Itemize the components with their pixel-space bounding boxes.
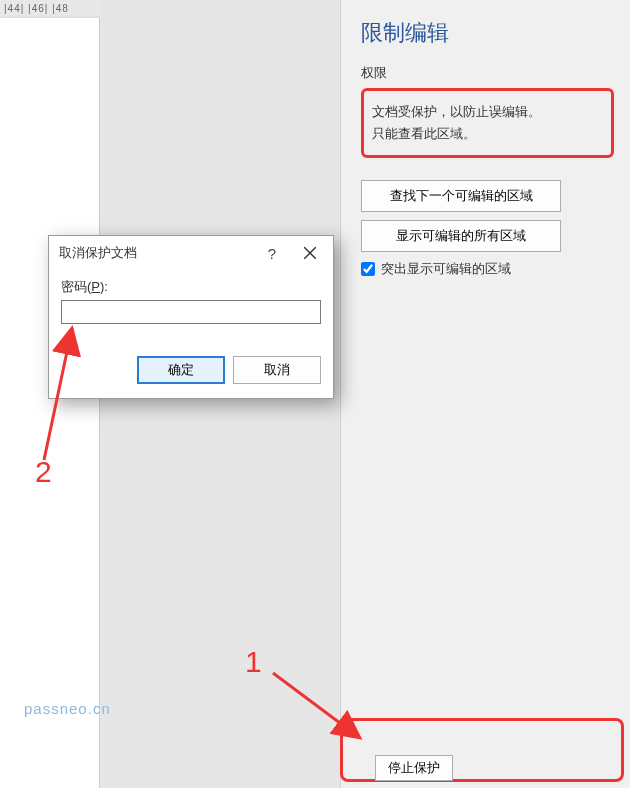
close-icon xyxy=(304,245,316,262)
find-next-editable-button[interactable]: 查找下一个可编辑的区域 xyxy=(361,180,561,212)
dialog-help-button[interactable]: ? xyxy=(253,238,291,268)
stop-protection-button[interactable]: 停止保护 xyxy=(375,755,453,781)
dialog-titlebar: 取消保护文档 ? xyxy=(49,236,333,270)
highlight-editable-checkbox-row[interactable]: 突出显示可编辑的区域 xyxy=(361,260,614,278)
show-all-editable-button[interactable]: 显示可编辑的所有区域 xyxy=(361,220,561,252)
dialog-title-text: 取消保护文档 xyxy=(59,244,137,262)
annotation-label-1: 1 xyxy=(245,645,262,679)
ok-button[interactable]: 确定 xyxy=(137,356,225,384)
unprotect-dialog: 取消保护文档 ? 密码(P): 确定 取消 xyxy=(48,235,334,399)
highlight-editable-checkbox[interactable] xyxy=(361,262,375,276)
highlight-editable-label: 突出显示可编辑的区域 xyxy=(381,260,511,278)
watermark: passneo.cn xyxy=(24,700,111,717)
permissions-label: 权限 xyxy=(361,64,614,82)
info-line-2: 只能查看此区域。 xyxy=(372,123,603,145)
dialog-close-button[interactable] xyxy=(291,238,329,268)
protection-info-box: 文档受保护，以防止误编辑。 只能查看此区域。 xyxy=(361,88,614,158)
password-input[interactable] xyxy=(61,300,321,324)
pane-title: 限制编辑 xyxy=(361,18,614,48)
info-line-1: 文档受保护，以防止误编辑。 xyxy=(372,101,603,123)
restrict-editing-pane: 限制编辑 权限 文档受保护，以防止误编辑。 只能查看此区域。 查找下一个可编辑的… xyxy=(340,0,630,788)
annotation-label-2: 2 xyxy=(35,455,52,489)
cancel-button[interactable]: 取消 xyxy=(233,356,321,384)
document-page xyxy=(0,18,100,788)
password-label: 密码(P): xyxy=(61,278,321,296)
